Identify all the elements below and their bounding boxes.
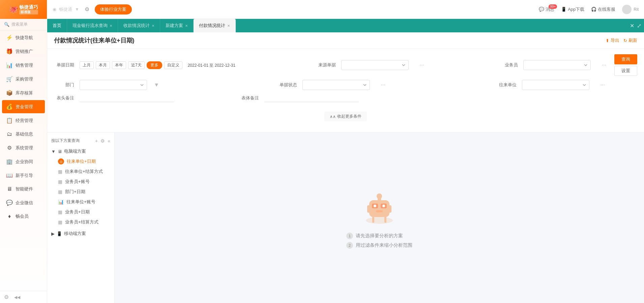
tab-payment-stats[interactable]: 付款情况统计 ✕ (194, 19, 236, 32)
sidebar-item-quick-nav[interactable]: ⚡ 快捷导航 (2, 31, 45, 44)
empty-state: 1 请先选择要分析的方案 2 用过滤条件来缩小分析范围 (346, 187, 412, 249)
empty-illustration (359, 187, 400, 227)
app-download-btn[interactable]: 📱 App下载 (561, 6, 584, 12)
sidebar-item-wechat[interactable]: 💬 企业微信 (2, 196, 45, 209)
sidebar-icon-quick-nav: ⚡ (6, 34, 13, 41)
plan-icon: ▦ (58, 179, 62, 184)
date-range-value: 2022-01-01 至 2022-12-31 (188, 62, 235, 69)
panel-settings-icon[interactable]: ⚙ (100, 138, 105, 144)
tab-home[interactable]: 首页 (47, 19, 67, 32)
tab-new-plan-close[interactable]: ✕ (185, 24, 188, 28)
tab-bank-flow[interactable]: 现金银行流水查询 ✕ (67, 19, 118, 32)
refresh-icon: ↻ (623, 38, 627, 43)
main-area: ◉ 畅捷通 ▼ ⚙ 体验行业方案 💬 消息 99+ 📱 App下载 🎧 在线客服… (47, 0, 644, 303)
counterpart-label: 往来单位 (496, 82, 517, 88)
plan-counterpart-settle[interactable]: ▦ 往来单位+结算方式 (47, 166, 114, 177)
salesman-select[interactable] (523, 60, 591, 70)
sidebar-icon-marketing: 🎁 (6, 48, 13, 55)
sidebar-search[interactable]: 🔍 搜索菜单 (0, 19, 47, 30)
tabs-bar: 首页 现金银行流水查询 ✕ 收款情况统计 ✕ 新建方案 ✕ 付款情况统计 ✕ ✕… (47, 19, 644, 32)
plan-icon: ▦ (58, 219, 62, 225)
sidebar-item-guide[interactable]: 📖 新手引导 (2, 169, 45, 182)
desktop-icon: 🖥 (58, 149, 62, 154)
source-select[interactable] (341, 60, 409, 70)
sidebar-item-inventory[interactable]: 📦 库存核算 (2, 86, 45, 99)
tab-receipt-stats-close[interactable]: ✕ (152, 24, 154, 28)
svg-point-8 (377, 193, 382, 199)
date-btn-this-year[interactable]: 本年 (112, 61, 126, 69)
date-btn-last-month[interactable]: 上月 (80, 61, 94, 69)
sidebar-item-system[interactable]: ⚙ 系统管理 (2, 141, 45, 154)
tab-close-all-icon[interactable]: ✕ (630, 23, 634, 29)
panel-header: 按以下方案查询 + ⚙ « (47, 135, 114, 146)
right-main: 1 请先选择要分析的方案 2 用过滤条件来缩小分析范围 (115, 132, 644, 303)
tab-expand-icon[interactable]: ⤢ (637, 23, 641, 29)
sidebar-label-operation: 经营管理 (16, 118, 33, 124)
hint-num-2: 2 (346, 242, 353, 249)
topbar-settings-icon[interactable]: ⚙ (85, 6, 89, 12)
notice-btn[interactable]: 💬 消息 99+ (539, 6, 554, 12)
panel-collapse-icon[interactable]: « (108, 138, 110, 144)
panel-add-icon[interactable]: + (95, 138, 98, 144)
sidebar-label-hardware: 智能硬件 (16, 186, 33, 192)
topbar-right: 💬 消息 99+ 📱 App下载 🎧 在线客服 Rit (539, 5, 639, 14)
logo-name: 畅捷通巧 (19, 4, 38, 10)
sidebar: 🐙 畅捷通巧 标准版 🔍 搜索菜单 ⚡ 快捷导航 🎁 营销推广 📊 销售管理 🛒… (0, 0, 47, 303)
counterpart-select[interactable] (522, 80, 589, 90)
doc-status-select[interactable] (302, 80, 370, 90)
dept-dots: ▼ (149, 82, 159, 88)
plan-dept-date[interactable]: ▦ 部门+日期 (47, 187, 114, 197)
date-btn-more[interactable]: 更多 (147, 61, 162, 69)
username: Rit (634, 7, 639, 12)
online-service-btn[interactable]: 🎧 在线客服 (591, 6, 615, 12)
sidebar-item-enterprise[interactable]: 🏢 企业协同 (2, 155, 45, 168)
sidebar-icon-guide: 📖 (6, 172, 13, 179)
sidebar-label-inventory: 库存核算 (16, 90, 33, 96)
chevron-down-icon: ▼ (51, 149, 56, 154)
user-area: Rit (622, 5, 639, 14)
sidebar-item-finance[interactable]: 💰 资金管理 (2, 100, 45, 113)
sidebar-label-marketing: 营销推广 (16, 49, 33, 55)
sidebar-item-hardware[interactable]: 🖥 智能硬件 (2, 183, 45, 195)
sidebar-item-member[interactable]: ♦ 畅会员 (2, 210, 45, 223)
mobile-group-title[interactable]: ▶ 📱 移动端方案 (47, 229, 114, 239)
svg-rect-10 (389, 205, 391, 213)
plan-salesman-date[interactable]: ▦ 业务员+日期 (47, 207, 114, 217)
date-btn-custom[interactable]: 自定义 (164, 61, 182, 69)
mobile-plan-group: ▶ 📱 移动端方案 (47, 229, 114, 239)
query-btn[interactable]: 查询 (614, 54, 637, 64)
tab-bank-flow-close[interactable]: ✕ (110, 24, 112, 28)
trial-btn[interactable]: 体验行业方案 (95, 4, 132, 14)
plan-counterpart-date[interactable]: ◎ 往来单位+日期 (47, 156, 114, 166)
sidebar-item-purchase[interactable]: 🛒 采购管理 (2, 72, 45, 86)
date-btn-this-month[interactable]: 本月 (96, 61, 110, 69)
refresh-btn[interactable]: ↻ 刷新 (623, 37, 637, 43)
settings-btn[interactable]: 设置 (614, 66, 637, 76)
sidebar-label-member: 畅会员 (16, 213, 29, 219)
date-btn-7days[interactable]: 近7天 (128, 61, 145, 69)
doc-status-dots: ··· (375, 82, 385, 88)
sidebar-label-purchase: 采购管理 (16, 76, 33, 82)
tab-payment-stats-close[interactable]: ✕ (227, 24, 230, 28)
svg-point-5 (382, 205, 385, 207)
empty-hints: 1 请先选择要分析的方案 2 用过滤条件来缩小分析范围 (346, 233, 412, 249)
desktop-group-title[interactable]: ▼ 🖥 电脑端方案 (47, 146, 114, 156)
sidebar-item-sales[interactable]: 📊 销售管理 (2, 59, 45, 72)
plan-counterpart-account[interactable]: 📊 往来单位+账号 (47, 197, 114, 207)
sidebar-label-finance: 资金管理 (16, 104, 33, 110)
dept-select[interactable] (80, 80, 147, 90)
tab-receipt-stats[interactable]: 收款情况统计 ✕ (118, 19, 160, 32)
table-head-note-input[interactable] (80, 94, 174, 102)
tab-new-plan[interactable]: 新建方案 ✕ (160, 19, 194, 32)
sidebar-item-operation[interactable]: 📋 经营管理 (2, 114, 45, 127)
collapse-sidebar-icon[interactable]: ◀◀ (14, 295, 20, 300)
plan-salesman-account[interactable]: ▦ 业务员+账号 (47, 177, 114, 187)
svg-point-4 (374, 205, 376, 207)
export-btn[interactable]: ⬆ 导出 (606, 37, 619, 43)
plan-salesman-settle[interactable]: ▦ 业务员+结算方式 (47, 217, 114, 227)
settings-icon[interactable]: ⚙ (4, 294, 9, 300)
sidebar-item-marketing[interactable]: 🎁 营销推广 (2, 45, 45, 58)
sidebar-item-basic[interactable]: 🗂 基础信息 (2, 128, 45, 141)
collapse-btn[interactable]: ∧∧ 收起更多条件 (324, 112, 367, 121)
table-body-note-input[interactable] (264, 94, 359, 102)
